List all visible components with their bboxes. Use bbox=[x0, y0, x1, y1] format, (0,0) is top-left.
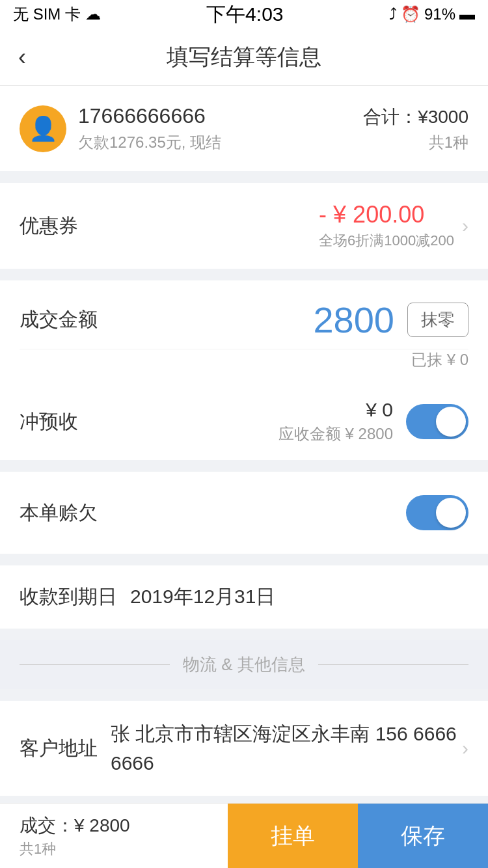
divider-section: 物流 & 其他信息 bbox=[0, 640, 488, 689]
deal-erased: 已抹 ¥ 0 bbox=[20, 349, 468, 383]
divider-line-right bbox=[318, 664, 468, 665]
round-button[interactable]: 抹零 bbox=[407, 303, 468, 337]
customer-total: 合计：¥3000 bbox=[363, 105, 468, 129]
debt-label: 本单赊欠 bbox=[20, 500, 98, 526]
deal-amount-value: 2800 bbox=[313, 299, 394, 341]
duedate-row: 收款到期日 2019年12月31日 bbox=[20, 584, 468, 610]
deal-amount-label: 成交金额 bbox=[20, 306, 98, 333]
deal-section: 成交金额 2800 抹零 已抹 ¥ 0 冲预收 ¥ 0 应收金额 ¥ 2800 bbox=[0, 280, 488, 460]
page-title: 填写结算等信息 bbox=[167, 42, 321, 72]
prepay-row: 冲预收 ¥ 0 应收金额 ¥ 2800 bbox=[20, 383, 468, 460]
avatar: 👤 bbox=[20, 105, 66, 152]
status-time: 下午4:03 bbox=[206, 1, 283, 28]
status-left: 无 SIM 卡 ☁ bbox=[13, 4, 101, 25]
coupon-label: 优惠券 bbox=[20, 213, 78, 239]
bottom-summary: 成交：¥ 2800 共1种 bbox=[0, 813, 228, 859]
debt-section: 本单赊欠 bbox=[0, 472, 488, 554]
total-value: ¥3000 bbox=[418, 107, 468, 127]
coupon-info: - ¥ 200.00 全场6折满1000减200 bbox=[319, 201, 454, 251]
coupon-desc: 全场6折满1000减200 bbox=[319, 231, 454, 251]
deal-amount-right: 2800 抹零 bbox=[313, 299, 468, 341]
bottom-deal-value: ¥ 2800 bbox=[74, 815, 130, 835]
duedate-section: 收款到期日 2019年12月31日 bbox=[0, 565, 488, 629]
content-area: 👤 17666666666 欠款1276.35元, 现结 合计：¥3000 共1… bbox=[0, 86, 488, 868]
address-chevron-icon: › bbox=[462, 737, 468, 759]
sim-status: 无 SIM 卡 ☁ bbox=[13, 4, 101, 25]
debt-toggle[interactable] bbox=[406, 495, 468, 530]
battery-level: 91% bbox=[424, 5, 455, 23]
alarm-icon: ⏰ bbox=[401, 5, 420, 23]
prepay-receivable: 应收金额 ¥ 2800 bbox=[278, 424, 393, 444]
bottom-deal-row: 成交：¥ 2800 bbox=[20, 813, 208, 838]
coupon-discount: - ¥ 200.00 bbox=[319, 201, 454, 228]
customer-left: 👤 17666666666 欠款1276.35元, 现结 bbox=[20, 104, 221, 153]
bottom-bar: 成交：¥ 2800 共1种 挂单 保存 bbox=[0, 803, 488, 868]
debt-row: 本单赊欠 bbox=[20, 472, 468, 554]
customer-info: 17666666666 欠款1276.35元, 现结 bbox=[78, 104, 221, 153]
battery-icon: ▬ bbox=[459, 5, 475, 23]
coupon-right: - ¥ 200.00 全场6折满1000减200 › bbox=[319, 201, 468, 251]
customer-card: 👤 17666666666 欠款1276.35元, 现结 合计：¥3000 共1… bbox=[0, 86, 488, 171]
address-row: 客户地址 张 北京市市辖区海淀区永丰南 156 6666 6666 › bbox=[20, 719, 468, 778]
bottom-count: 共1种 bbox=[20, 839, 208, 859]
prepay-amount: ¥ 0 bbox=[278, 399, 393, 421]
customer-phone: 17666666666 bbox=[78, 104, 221, 128]
divider-line-left bbox=[20, 664, 170, 665]
customer-count: 共1种 bbox=[363, 132, 468, 153]
coupon-row[interactable]: 优惠券 - ¥ 200.00 全场6折满1000减200 › bbox=[0, 183, 488, 269]
chevron-right-icon: › bbox=[462, 215, 468, 237]
hold-button[interactable]: 挂单 bbox=[228, 804, 358, 869]
address-label: 客户地址 bbox=[20, 735, 98, 762]
address-value: 张 北京市市辖区海淀区永丰南 156 6666 6666 bbox=[111, 719, 462, 778]
duedate-value: 2019年12月31日 bbox=[130, 584, 275, 610]
prepay-right: ¥ 0 应收金额 ¥ 2800 bbox=[278, 399, 468, 444]
status-bar: 无 SIM 卡 ☁ 下午4:03 ⤴ ⏰ 91% ▬ bbox=[0, 0, 488, 29]
bottom-deal-label: 成交： bbox=[20, 815, 74, 835]
divider-text: 物流 & 其他信息 bbox=[183, 653, 305, 676]
status-right: ⤴ ⏰ 91% ▬ bbox=[389, 5, 475, 23]
prepay-value-block: ¥ 0 应收金额 ¥ 2800 bbox=[278, 399, 393, 444]
save-button[interactable]: 保存 bbox=[358, 804, 488, 869]
nav-bar: ‹ 填写结算等信息 bbox=[0, 29, 488, 86]
address-section[interactable]: 客户地址 张 北京市市辖区海淀区永丰南 156 6666 6666 › bbox=[0, 701, 488, 796]
prepay-label: 冲预收 bbox=[20, 409, 78, 435]
location-icon: ⤴ bbox=[389, 5, 397, 23]
total-label: 合计： bbox=[363, 107, 418, 127]
avatar-icon: 👤 bbox=[29, 115, 58, 142]
customer-debt: 欠款1276.35元, 现结 bbox=[78, 132, 221, 153]
back-button[interactable]: ‹ bbox=[18, 44, 26, 71]
deal-amount-row: 成交金额 2800 抹零 bbox=[20, 280, 468, 349]
prepay-toggle[interactable] bbox=[406, 404, 468, 439]
customer-right: 合计：¥3000 共1种 bbox=[363, 105, 468, 153]
duedate-label: 收款到期日 bbox=[20, 584, 117, 610]
